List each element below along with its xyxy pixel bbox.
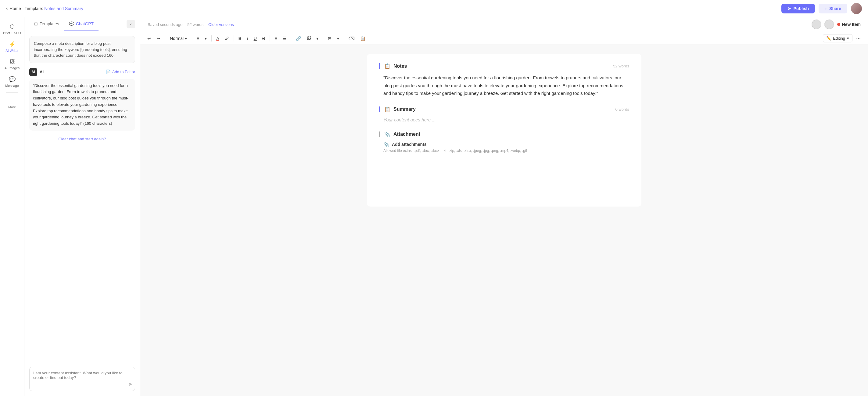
- ai-images-icon: 🖼: [9, 59, 15, 65]
- italic-button[interactable]: I: [245, 34, 250, 42]
- publish-icon: ➤: [787, 6, 791, 11]
- edit-icon: ✏️: [826, 36, 831, 40]
- attachment-section-icon: 📎: [384, 131, 391, 137]
- add-to-editor-button[interactable]: 📄 Add to Editor: [106, 69, 135, 74]
- summary-section: 📋 Summary 0 words Your content goes here…: [379, 106, 629, 122]
- add-attachments-button[interactable]: 📎 Add attachments: [379, 142, 629, 147]
- editing-chevron-icon: ▾: [847, 36, 849, 40]
- toolbar-sep-2: [192, 35, 192, 41]
- style-label: Normal: [170, 36, 184, 41]
- copy-format-button[interactable]: 📋: [358, 34, 368, 42]
- panel-collapse-button[interactable]: ‹: [127, 20, 135, 28]
- toolbar-sep-5: [270, 35, 270, 41]
- publish-label: Publish: [794, 6, 809, 11]
- sidebar-label-message: Message: [5, 84, 19, 88]
- align-dropdown-button[interactable]: ▾: [203, 34, 209, 42]
- toolbar-more-button[interactable]: ···: [854, 34, 863, 43]
- style-select[interactable]: Normal ▾: [167, 34, 189, 42]
- templates-tab-label: Templates: [40, 21, 59, 26]
- chatgpt-tab-icon: 💬: [69, 21, 74, 26]
- editor-status-bar: Saved seconds ago 52 words Older version…: [140, 17, 868, 32]
- notes-content[interactable]: "Discover the essential gardening tools …: [379, 74, 629, 97]
- toolbar-sep-6: [291, 35, 291, 41]
- editor-inner[interactable]: 📋 Notes 52 words "Discover the essential…: [367, 54, 641, 207]
- add-attachments-label: Add attachments: [392, 142, 427, 147]
- topbar: ‹ Home Template: Notes and Summary ➤ Pub…: [0, 0, 868, 17]
- table-dropdown-button[interactable]: ▾: [335, 34, 341, 42]
- main-layout: ⬡ Brief + SEO ⚡ AI Writer 🖼 AI Images 💬 …: [0, 17, 868, 396]
- toolbar-sep-3: [211, 35, 212, 41]
- summary-section-header: 📋 Summary 0 words: [379, 106, 629, 112]
- toolbar-sep-4: [234, 35, 234, 41]
- align-button[interactable]: ≡: [194, 34, 201, 42]
- attachment-section-title: Attachment: [394, 131, 420, 137]
- summary-section-icon: 📋: [384, 106, 391, 112]
- collab-avatar-1: [812, 20, 822, 29]
- sidebar-label-ai-images: AI Images: [5, 66, 20, 70]
- highlight-button[interactable]: 🖊: [223, 34, 231, 42]
- sidebar-item-more[interactable]: ··· More: [2, 95, 23, 111]
- tab-templates[interactable]: ⊞ Templates: [29, 17, 64, 31]
- panel: ⊞ Templates 💬 ChatGPT ‹ Compose a meta d…: [24, 17, 140, 396]
- sidebar-item-brief-seo[interactable]: ⬡ Brief + SEO: [2, 21, 23, 37]
- notes-word-count: 52 words: [613, 64, 629, 68]
- templates-tab-icon: ⊞: [34, 21, 38, 26]
- publish-button[interactable]: ➤ Publish: [781, 4, 815, 13]
- summary-section-title: Summary: [394, 106, 612, 112]
- text-color-button[interactable]: A: [214, 34, 221, 42]
- notes-section: 📋 Notes 52 words "Discover the essential…: [379, 63, 629, 97]
- notes-section-title: Notes: [394, 63, 610, 69]
- sidebar-divider: [6, 92, 18, 93]
- sidebar-item-ai-writer[interactable]: ⚡ AI Writer: [2, 38, 23, 55]
- message-icon: 💬: [9, 76, 16, 83]
- prompt-text: Compose a meta description for a blog po…: [34, 41, 127, 58]
- bullet-list-button[interactable]: ≡: [272, 34, 279, 42]
- link-button[interactable]: 🔗: [294, 34, 303, 42]
- sidebar-label-ai-writer: AI Writer: [5, 49, 19, 53]
- red-dot-icon: [837, 23, 840, 26]
- editor-status-right: New Item: [812, 20, 861, 29]
- strikethrough-button[interactable]: S: [260, 34, 267, 42]
- breadcrumb-prefix: Template:: [25, 6, 44, 11]
- panel-tabs: ⊞ Templates 💬 ChatGPT ‹: [24, 17, 140, 31]
- saved-status: Saved seconds ago: [148, 22, 182, 27]
- ai-writer-icon: ⚡: [9, 41, 16, 48]
- ai-label: AI AI: [29, 68, 43, 76]
- chat-input[interactable]: [29, 367, 135, 391]
- older-versions-link[interactable]: Older versions: [208, 22, 234, 27]
- share-button[interactable]: ↑ Share: [818, 4, 847, 13]
- tab-chatgpt[interactable]: 💬 ChatGPT: [64, 17, 98, 31]
- sidebar-item-ai-images[interactable]: 🖼 AI Images: [2, 56, 23, 72]
- topbar-right: ➤ Publish ↑ Share: [781, 3, 862, 14]
- chat-input-area: ➤: [24, 363, 140, 396]
- new-item-label: New Item: [842, 22, 861, 27]
- share-icon: ↑: [825, 6, 827, 11]
- summary-word-count: 0 words: [615, 107, 629, 112]
- icon-sidebar: ⬡ Brief + SEO ⚡ AI Writer 🖼 AI Images 💬 …: [0, 17, 24, 396]
- prompt-card: Compose a meta description for a blog po…: [29, 36, 135, 63]
- editing-label: Editing: [833, 36, 845, 40]
- clear-chat-button[interactable]: Clear chat and start again?: [29, 135, 135, 143]
- toolbar-sep-8: [344, 35, 344, 41]
- clear-format-button[interactable]: ⌫: [346, 34, 357, 42]
- undo-button[interactable]: ↩: [145, 34, 153, 42]
- collab-avatar-2: [825, 20, 834, 29]
- breadcrumb-link[interactable]: Notes and Summary: [44, 6, 83, 11]
- add-to-editor-icon: 📄: [106, 69, 111, 74]
- summary-placeholder[interactable]: Your content goes here ...: [379, 117, 629, 122]
- paperclip-icon: 📎: [383, 142, 390, 147]
- avatar[interactable]: [851, 3, 862, 14]
- redo-button[interactable]: ↪: [154, 34, 162, 42]
- sidebar-item-message[interactable]: 💬 Message: [2, 73, 23, 90]
- ordered-list-button[interactable]: ☰: [280, 34, 288, 42]
- editor-area: Saved seconds ago 52 words Older version…: [140, 17, 868, 396]
- bold-button[interactable]: B: [236, 34, 244, 42]
- editing-mode-button[interactable]: ✏️ Editing ▾: [823, 34, 852, 42]
- image-dropdown-button[interactable]: ▾: [314, 34, 320, 42]
- chat-send-button[interactable]: ➤: [128, 381, 133, 388]
- table-button[interactable]: ⊟: [326, 34, 334, 42]
- image-button[interactable]: 🖼: [304, 34, 313, 42]
- chat-area: Compose a meta description for a blog po…: [24, 31, 140, 363]
- underline-button[interactable]: U: [252, 34, 259, 42]
- home-button[interactable]: ‹ Home: [6, 6, 21, 11]
